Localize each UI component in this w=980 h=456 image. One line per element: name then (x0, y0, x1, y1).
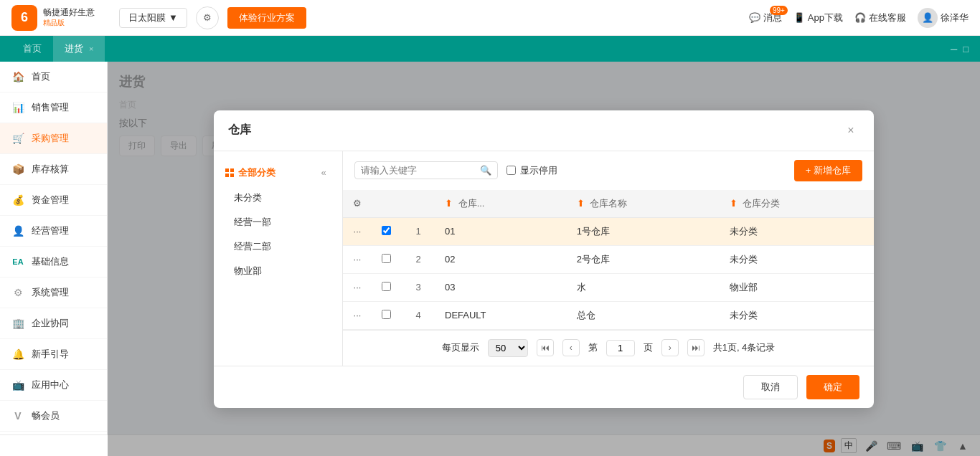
next-page-button[interactable]: › (661, 339, 679, 356)
sales-icon: 📊 (11, 101, 24, 114)
sidebar-item-system[interactable]: ⚙ 系统管理 (0, 277, 107, 308)
th-name[interactable]: ⬆ 仓库名称 (568, 190, 721, 218)
sidebar-item-sales[interactable]: 📊 销售管理 (0, 92, 107, 123)
sidebar-item-apps-label: 应用中心 (32, 379, 69, 391)
sort-icon-code: ⬆ (445, 198, 453, 209)
confirm-button[interactable]: 确定 (806, 375, 859, 399)
tab-purchase-close[interactable]: × (89, 44, 93, 53)
row-actions[interactable]: ··· (343, 245, 372, 273)
tab-home[interactable]: 首页 (11, 36, 53, 62)
messages-badge: 99+ (770, 6, 788, 15)
th-category[interactable]: ⬆ 仓库分类 (721, 190, 874, 218)
row-actions[interactable]: ··· (343, 301, 372, 329)
category-item-dept2[interactable]: 经营二部 (214, 234, 342, 259)
category-panel: 全部分类 « 未分类 经营一部 经营二部 物业部 (214, 151, 343, 366)
dropdown-icon: ▼ (169, 12, 178, 23)
modal-close-button[interactable]: × (842, 122, 859, 139)
phone-icon: 📱 (793, 12, 805, 23)
page-label: 第 (588, 341, 598, 354)
table-row[interactable]: ··· 1 01 1号仓库 未分类 (343, 217, 874, 245)
management-icon: 👤 (11, 224, 24, 237)
th-code-label: 仓库... (458, 198, 485, 209)
minimize-icon[interactable]: ─ (951, 44, 957, 54)
row-checkbox[interactable] (382, 282, 391, 291)
app-download-item[interactable]: 📱 App下载 (793, 11, 843, 24)
row-checkbox[interactable] (382, 310, 391, 319)
th-settings: ⚙ (343, 190, 372, 218)
service-label: 在线客服 (869, 11, 906, 24)
category-header: 全部分类 « (214, 160, 342, 186)
row-category: 物业部 (721, 273, 874, 301)
row-checkbox-cell[interactable] (372, 245, 400, 273)
category-collapse-button[interactable]: « (316, 166, 331, 180)
row-num: 3 (400, 273, 436, 301)
category-item-unclassified[interactable]: 未分类 (214, 186, 342, 210)
content-area: 进货 首页 按以下 打印 导出 刷新 查询 设置 仓库 × (108, 62, 980, 456)
service-item[interactable]: 🎧 在线客服 (854, 11, 906, 24)
row-category: 未分类 (721, 217, 874, 245)
th-name-label: 仓库名称 (590, 198, 627, 209)
cancel-button[interactable]: 取消 (743, 375, 798, 399)
sidebar-item-member[interactable]: V 畅会员 (0, 401, 107, 432)
category-all[interactable]: 全部分类 (225, 166, 275, 179)
sidebar-item-home-label: 首页 (32, 70, 50, 83)
messages-item[interactable]: 💬 消息 99+ (749, 11, 782, 24)
show-disabled-label[interactable]: 显示停用 (507, 164, 557, 177)
sidebar: 🏠 首页 📊 销售管理 🛒 采购管理 📦 库存核算 💰 资金管理 👤 经营管理 … (0, 62, 108, 456)
row-actions[interactable]: ··· (343, 217, 372, 245)
sidebar-item-basic-label: 基础信息 (32, 255, 69, 268)
sidebar-item-apps[interactable]: 📺 应用中心 (0, 370, 107, 401)
tab-purchase[interactable]: 进货 × (53, 36, 105, 62)
settings-button[interactable]: ⚙ (196, 6, 219, 29)
sidebar-item-basic[interactable]: EA 基础信息 (0, 247, 107, 277)
add-warehouse-button[interactable]: + 新增仓库 (794, 160, 862, 181)
search-input[interactable] (361, 165, 480, 176)
row-checkbox[interactable] (382, 226, 391, 235)
user-item[interactable]: 👤 徐泽华 (918, 8, 969, 28)
app-label: App下载 (808, 11, 843, 24)
top-header: 6 畅捷通好生意 精品版 日太阳膜 ▼ ⚙ 体验行业方案 💬 消息 99+ 📱 … (0, 0, 980, 36)
table-row[interactable]: ··· 2 02 2号仓库 未分类 (343, 245, 874, 273)
row-checkbox-cell[interactable] (372, 301, 400, 329)
category-item-property[interactable]: 物业部 (214, 259, 342, 283)
row-num: 2 (400, 245, 436, 273)
sidebar-item-system-label: 系统管理 (32, 286, 69, 299)
logo-area: 6 畅捷通好生意 精品版 (11, 5, 119, 31)
last-page-button[interactable]: ⏭ (687, 339, 705, 356)
row-checkbox-cell[interactable] (372, 217, 400, 245)
warehouse-modal: 仓库 × (214, 110, 874, 408)
sidebar-item-management[interactable]: 👤 经营管理 (0, 216, 107, 247)
sidebar-item-member-label: 畅会员 (32, 409, 60, 422)
maximize-icon[interactable]: □ (963, 44, 969, 54)
first-page-button[interactable]: ⏮ (537, 339, 554, 356)
tab-purchase-label: 进货 (65, 42, 83, 55)
table-footer: 每页显示 50 10 20 100 ⏮ ‹ 第 页 (343, 330, 874, 366)
search-input-wrap[interactable]: 🔍 (354, 161, 498, 179)
grid-icon (225, 168, 234, 177)
sidebar-item-finance[interactable]: 💰 资金管理 (0, 185, 107, 216)
sidebar-item-guide[interactable]: 🔔 新手引导 (0, 339, 107, 370)
sidebar-item-enterprise[interactable]: 🏢 企业协同 (0, 308, 107, 339)
row-name: 总仓 (568, 301, 721, 329)
store-selector[interactable]: 日太阳膜 ▼ (119, 8, 187, 28)
row-code: 01 (436, 217, 568, 245)
row-name: 2号仓库 (568, 245, 721, 273)
page-size-select[interactable]: 50 10 20 100 (488, 339, 528, 357)
page-size-label: 每页显示 (442, 341, 479, 354)
logo-icon: 6 (11, 5, 37, 31)
inventory-icon: 📦 (11, 163, 24, 176)
prev-page-button[interactable]: ‹ (562, 339, 580, 356)
industry-button[interactable]: 体验行业方案 (227, 7, 306, 29)
category-item-dept1[interactable]: 经营一部 (214, 210, 342, 234)
th-code[interactable]: ⬆ 仓库... (436, 190, 568, 218)
sidebar-item-purchase[interactable]: 🛒 采购管理 (0, 123, 107, 154)
row-checkbox[interactable] (382, 254, 391, 263)
row-actions[interactable]: ··· (343, 273, 372, 301)
table-row[interactable]: ··· 3 03 水 物业部 (343, 273, 874, 301)
page-num-input[interactable] (606, 340, 635, 356)
show-disabled-checkbox[interactable] (507, 166, 516, 175)
row-checkbox-cell[interactable] (372, 273, 400, 301)
sidebar-item-inventory[interactable]: 📦 库存核算 (0, 154, 107, 185)
table-row[interactable]: ··· 4 DEFAULT 总仓 未分类 (343, 301, 874, 329)
sidebar-item-home[interactable]: 🏠 首页 (0, 62, 107, 92)
